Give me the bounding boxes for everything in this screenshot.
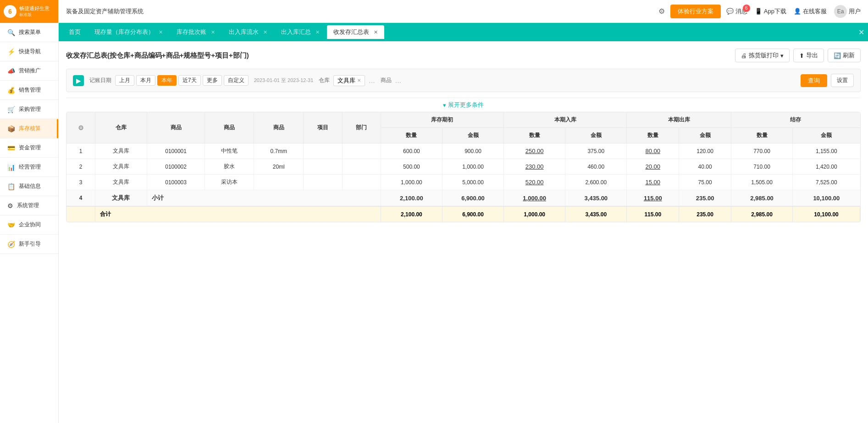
cell-in-qty[interactable]: 250.00 bbox=[504, 143, 565, 159]
sidebar-item-business[interactable]: 📊 经营管理 bbox=[0, 158, 58, 177]
warehouse-tag-close[interactable]: ✕ bbox=[357, 78, 361, 83]
tab-flow[interactable]: 出入库流水✕ bbox=[222, 25, 274, 39]
tab-inventory-dist[interactable]: 现存量（库存分布表）✕ bbox=[88, 25, 169, 39]
footer-label: 合计 bbox=[95, 206, 381, 222]
inventory-icon: 📦 bbox=[7, 125, 15, 132]
cell-out-qty[interactable]: 20.00 bbox=[627, 159, 679, 175]
close-all-tabs-btn[interactable]: ✕ bbox=[858, 28, 864, 37]
cell-project bbox=[304, 159, 342, 175]
cell-out-qty[interactable]: 15.00 bbox=[627, 175, 679, 190]
sidebar-item-quick-nav[interactable]: ⚡ 快捷导航 bbox=[0, 42, 58, 61]
user-btn[interactable]: Ea 用户 bbox=[834, 5, 861, 18]
th-opening: 库存期初 bbox=[381, 112, 503, 128]
sidebar-item-inventory[interactable]: 📦 库存核算 bbox=[0, 119, 58, 138]
out-qty-link[interactable]: 20.00 bbox=[645, 163, 660, 170]
date-btn-本月[interactable]: 本月 bbox=[136, 75, 155, 86]
tab-recv-send[interactable]: 收发存汇总表✕ bbox=[327, 25, 384, 39]
sidebar-item-system[interactable]: ⚙ 系统管理 bbox=[0, 196, 58, 215]
sidebar-item-search[interactable]: 🔍 搜索菜单 bbox=[0, 23, 58, 42]
sidebar-label-system: 系统管理 bbox=[17, 202, 39, 209]
cell-open-qty: 1,000.00 bbox=[381, 175, 442, 190]
footer-out-amt: 235.00 bbox=[679, 206, 731, 222]
query-btn[interactable]: 查询 bbox=[801, 74, 827, 87]
date-btn-更多[interactable]: 更多 bbox=[203, 75, 222, 86]
refresh-btn[interactable]: 🔄 刷新 bbox=[828, 49, 861, 62]
th-out: 本期出库 bbox=[627, 112, 731, 128]
filter-toggle-btn[interactable]: ▶ bbox=[73, 75, 84, 86]
sidebar-item-marketing[interactable]: 📣 营销推广 bbox=[0, 61, 58, 81]
cell-out-qty[interactable]: 80.00 bbox=[627, 143, 679, 159]
th-project: 项目 bbox=[304, 112, 342, 143]
cell-close-amt: 7,525.00 bbox=[793, 175, 860, 190]
expand-more-btn[interactable]: ▾ 展开更多条件 bbox=[443, 101, 484, 109]
cell-out-amt: 120.00 bbox=[679, 143, 731, 159]
in-qty-link[interactable]: 250.00 bbox=[525, 148, 544, 154]
tab-close-batch-ledger[interactable]: ✕ bbox=[211, 29, 215, 35]
sidebar-item-finance[interactable]: 💳 资金管理 bbox=[0, 138, 58, 158]
subtotal-close-amt: 10,100.00 bbox=[793, 190, 860, 207]
trial-btn[interactable]: 体验行业方案 bbox=[670, 5, 721, 18]
logo-text: 畅捷通好生意 标准版 bbox=[19, 5, 50, 17]
cell-code: 0100002 bbox=[147, 159, 205, 175]
cell-open-amt: 5,000.00 bbox=[442, 175, 503, 190]
cell-close-amt: 1,420.00 bbox=[793, 159, 860, 175]
filter-settings-btn[interactable]: 设置 bbox=[831, 74, 854, 87]
th-settings[interactable]: ⚙ bbox=[66, 112, 95, 143]
warehouse-more-btn[interactable]: ... bbox=[369, 77, 375, 85]
in-qty-link[interactable]: 230.00 bbox=[525, 163, 544, 170]
date-btn-上月[interactable]: 上月 bbox=[115, 75, 134, 86]
tab-summary[interactable]: 出入库汇总✕ bbox=[275, 25, 326, 39]
sidebar-label-quick-nav: 快捷导航 bbox=[19, 48, 41, 55]
out-qty-link[interactable]: 15.00 bbox=[645, 179, 660, 186]
app-download-btn[interactable]: 📱 App下载 bbox=[755, 7, 786, 16]
subtotal-open-amt: 6,900.00 bbox=[442, 190, 503, 207]
online-service-btn[interactable]: 👤 在线客服 bbox=[794, 7, 827, 16]
th-name: 商品 bbox=[205, 112, 254, 143]
th-in: 本期入库 bbox=[504, 112, 627, 128]
cell-spec bbox=[254, 175, 304, 190]
tab-batch-ledger[interactable]: 库存批次账✕ bbox=[170, 25, 221, 39]
subtotal-in-qty-link[interactable]: 1,000.00 bbox=[523, 195, 546, 202]
base-info-icon: 📋 bbox=[7, 183, 15, 190]
subtotal-out-qty-link[interactable]: 115.00 bbox=[644, 195, 662, 202]
th-warehouse: 仓库 bbox=[95, 112, 147, 143]
guide-icon: 🧭 bbox=[7, 241, 15, 248]
page: 收发存汇总表(按仓库+商品编码+商品+规格型号+项目+部门) 🖨 拣货版打印 ▾… bbox=[59, 41, 868, 423]
in-qty-link[interactable]: 520.00 bbox=[525, 179, 544, 186]
cell-in-qty[interactable]: 520.00 bbox=[504, 175, 565, 190]
subtotal-open-qty: 2,100.00 bbox=[381, 190, 442, 207]
footer-open-qty: 2,100.00 bbox=[381, 206, 442, 222]
out-qty-link[interactable]: 80.00 bbox=[645, 148, 660, 154]
export-btn[interactable]: ⬆ 导出 bbox=[793, 49, 824, 62]
sidebar-item-enterprise[interactable]: 🤝 企业协同 bbox=[0, 215, 58, 235]
tab-close-summary[interactable]: ✕ bbox=[315, 29, 320, 35]
th-spec: 商品 bbox=[254, 112, 304, 143]
print-btn[interactable]: 🖨 拣货版打印 ▾ bbox=[735, 49, 790, 62]
date-btn-近7天[interactable]: 近7天 bbox=[178, 75, 201, 86]
cell-in-qty[interactable]: 230.00 bbox=[504, 159, 565, 175]
date-btn-本年[interactable]: 本年 bbox=[157, 75, 177, 86]
warehouse-tag[interactable]: 文具库 ✕ bbox=[333, 75, 365, 86]
notifications-btn[interactable]: 💬 消息 6 bbox=[726, 7, 747, 16]
footer-open-amt: 6,900.00 bbox=[442, 206, 503, 222]
sidebar-item-sales[interactable]: 💰 销售管理 bbox=[0, 81, 58, 100]
subtotal-name: 小计 bbox=[147, 190, 381, 207]
subtotal-in-qty[interactable]: 1,000.00 bbox=[504, 190, 565, 207]
sidebar-item-guide[interactable]: 🧭 新手引导 bbox=[0, 235, 58, 254]
cell-open-qty: 600.00 bbox=[381, 143, 442, 159]
sidebar-item-base-info[interactable]: 📋 基础信息 bbox=[0, 177, 58, 196]
search-icon: 🔍 bbox=[7, 29, 15, 36]
tab-close-flow[interactable]: ✕ bbox=[263, 29, 267, 35]
date-btn-自定义[interactable]: 自定义 bbox=[224, 75, 249, 86]
cell-project bbox=[304, 175, 342, 190]
tab-close-inventory-dist[interactable]: ✕ bbox=[159, 29, 163, 35]
settings-icon[interactable]: ⚙ bbox=[658, 7, 665, 16]
subtotal-out-qty[interactable]: 115.00 bbox=[627, 190, 679, 207]
col-settings-icon[interactable]: ⚙ bbox=[78, 124, 84, 132]
goods-more-btn[interactable]: ... bbox=[395, 77, 401, 85]
system-icon: ⚙ bbox=[7, 202, 13, 209]
tab-close-recv-send[interactable]: ✕ bbox=[374, 29, 378, 35]
subtotal-row: 4 文具库 小计 2,100.00 6,900.00 1,000.00 3,43… bbox=[66, 190, 860, 207]
sidebar-item-purchase[interactable]: 🛒 采购管理 bbox=[0, 100, 58, 119]
tab-home[interactable]: 首页 bbox=[62, 25, 87, 39]
